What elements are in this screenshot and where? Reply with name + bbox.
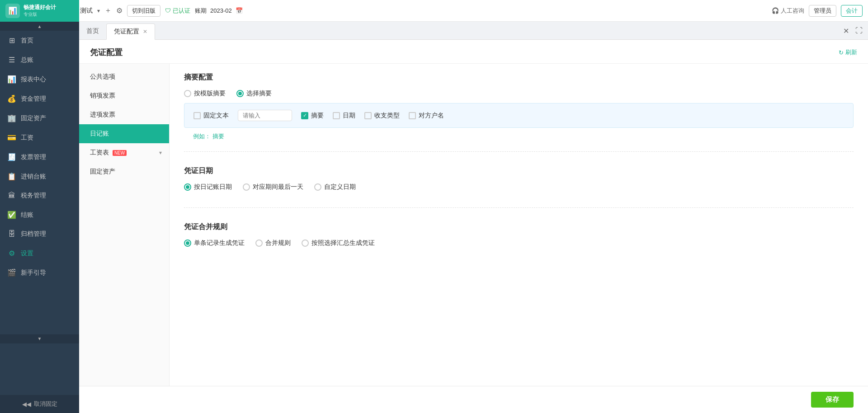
radio-merge-rules[interactable]: 合并规则 (255, 239, 291, 247)
close-accounts-icon: ✅ (7, 211, 16, 219)
sidebar-item-tax[interactable]: 🏛 税务管理 (0, 186, 79, 205)
tab-voucher-label: 凭证配置 (114, 28, 139, 36)
page-title: 凭证配置 (90, 47, 123, 58)
workspace-name: 测试 (80, 7, 93, 15)
merge-title: 凭证合并规则 (184, 222, 854, 232)
consult-btn[interactable]: 🎧 人工咨询 (772, 7, 804, 15)
checkbox-date[interactable]: 日期 (333, 112, 355, 120)
sidebar-item-salary[interactable]: 💳 工资 (0, 128, 79, 147)
nav-item-fixed-assets[interactable]: 固定资产 (79, 162, 169, 181)
refresh-btn[interactable]: ↻ 刷新 (839, 48, 857, 56)
checkbox-income-type[interactable]: 收支类型 (364, 112, 400, 120)
reports-icon: 📊 (7, 75, 16, 84)
calendar-icon[interactable]: 📅 (236, 7, 243, 14)
summary-title: 摘要配置 (184, 73, 854, 82)
headset-icon: 🎧 (772, 7, 779, 14)
fixed-text-input[interactable] (238, 110, 292, 121)
radio-journal-date[interactable]: 按日记账日期 (184, 183, 232, 191)
summary-radio-group: 按模版摘要 选择摘要 (184, 89, 854, 98)
date-radio-group: 按日记账日期 对应期间最后一天 自定义日期 (184, 183, 854, 191)
radio-summary-voucher[interactable]: 按照选择汇总生成凭证 (302, 239, 375, 247)
radio-single[interactable]: 单条记录生成凭证 (184, 239, 245, 247)
nav-item-sales[interactable]: 销项发票 (79, 86, 169, 105)
tab-close-btn[interactable]: ✕ (143, 29, 147, 34)
sidebar-scroll-down[interactable]: ▼ (0, 334, 79, 343)
sidebar-item-home[interactable]: ⊞ 首页 (0, 31, 79, 50)
sidebar-item-assets[interactable]: 🏢 固定资产 (0, 108, 79, 128)
sidebar-scroll-up[interactable]: ▲ (0, 22, 79, 31)
bottom-bar: 保存 (79, 386, 868, 413)
page-body: 公共选项 销项发票 进项发票 日记账 工资表 NEW ▾ (79, 64, 868, 386)
radio-custom-date[interactable]: 自定义日期 (314, 183, 356, 191)
radio-last-day[interactable]: 对应期间最后一天 (243, 183, 303, 191)
ledger-icon: ☰ (7, 56, 16, 64)
radio-summary-voucher-circle (302, 239, 309, 247)
checkbox-date-box (333, 112, 340, 119)
main-layout: ▲ ⊞ 首页 ☰ 总账 📊 报表中心 💰 资金管理 🏢 固定资产 💳 工资 🧾 (0, 22, 868, 413)
radio-template-circle (184, 90, 191, 97)
guide-icon: 🎬 (7, 268, 16, 277)
checkbox-fixed-text[interactable]: 固定文本 (193, 112, 229, 120)
period-label: 账期 (195, 7, 207, 15)
radio-select[interactable]: 选择摘要 (236, 89, 272, 98)
example-text: 例如： 摘要 (184, 132, 854, 141)
expand-icon: ▾ (159, 150, 162, 156)
right-content: 摘要配置 按模版摘要 选择摘要 (170, 64, 868, 386)
salary-icon: 💳 (7, 133, 16, 142)
manager-btn[interactable]: 管理员 (809, 5, 836, 17)
radio-journal-date-circle (184, 183, 191, 191)
page-content: 凭证配置 ↻ 刷新 公共选项 销项发票 进项发票 (79, 40, 868, 386)
radio-single-circle (184, 239, 191, 247)
tab-home-label: 首页 (86, 27, 99, 35)
archive-icon: 🗄 (7, 230, 16, 238)
sidebar-item-close[interactable]: ✅ 结账 (0, 205, 79, 225)
app-logo-icon: 📊 (5, 4, 20, 18)
checkbox-fixed-text-box (193, 112, 201, 119)
sidebar-item-settings[interactable]: ⚙ 设置 (0, 244, 79, 263)
workspace-dropdown-btn[interactable]: ▾ (97, 8, 100, 14)
home-icon: ⊞ (7, 36, 16, 45)
tab-home[interactable]: 首页 (79, 23, 106, 39)
top-header: 📊 畅捷通好会计 专业版 测试 ▾ ＋ ⚙ 切到旧版 🛡 已认证 账期 2023… (0, 0, 868, 22)
nav-item-payroll[interactable]: 工资表 NEW ▾ (79, 143, 169, 162)
cancel-pin-btn[interactable]: ◀◀ 取消固定 (0, 395, 79, 413)
new-badge: NEW (113, 150, 127, 156)
switch-old-btn[interactable]: 切到旧版 (127, 5, 160, 17)
nav-item-journal[interactable]: 日记账 (79, 124, 169, 143)
tax-icon: 🏛 (7, 192, 16, 200)
refresh-icon: ↻ (839, 49, 844, 56)
tab-close-btn[interactable]: ✕ (841, 25, 851, 36)
tab-expand-btn[interactable]: ⛶ (854, 25, 864, 36)
add-workspace-btn[interactable]: ＋ (104, 6, 112, 15)
tab-voucher-config[interactable]: 凭证配置 ✕ (106, 23, 155, 40)
nav-item-purchase[interactable]: 进项发票 (79, 105, 169, 124)
sidebar-item-funds[interactable]: 💰 资金管理 (0, 89, 79, 108)
nav-item-public[interactable]: 公共选项 (79, 67, 169, 86)
sidebar-item-purchase[interactable]: 📋 进销台账 (0, 167, 79, 186)
tab-bar: 首页 凭证配置 ✕ ✕ ⛶ (79, 22, 868, 40)
invoice-icon: 🧾 (7, 153, 16, 161)
sidebar: ▲ ⊞ 首页 ☰ 总账 📊 报表中心 💰 资金管理 🏢 固定资产 💳 工资 🧾 (0, 22, 79, 413)
save-btn[interactable]: 保存 (811, 392, 854, 408)
summary-checkbox-row: 固定文本 ✓ 摘要 日期 (184, 103, 854, 128)
radio-template[interactable]: 按模版摘要 (184, 89, 226, 98)
sidebar-logo: 📊 畅捷通好会计 专业版 (0, 0, 79, 22)
pin-icon: ◀◀ (22, 401, 31, 408)
tab-bar-actions: ✕ ⛶ (841, 25, 864, 36)
summary-section: 摘要配置 按模版摘要 选择摘要 (184, 73, 854, 152)
sidebar-item-guide[interactable]: 🎬 新手引导 (0, 263, 79, 282)
sidebar-item-ledger[interactable]: ☰ 总账 (0, 50, 79, 70)
checkbox-summary-box: ✓ (301, 112, 308, 119)
certified-badge: 🛡 已认证 (165, 7, 190, 15)
sidebar-item-archive[interactable]: 🗄 归档管理 (0, 225, 79, 244)
logo-text-block: 畅捷通好会计 专业版 (24, 4, 56, 18)
checkbox-counterpart[interactable]: 对方户名 (409, 112, 444, 120)
accountant-btn[interactable]: 会计 (841, 5, 863, 17)
assets-icon: 🏢 (7, 114, 16, 122)
sidebar-item-invoice[interactable]: 🧾 发票管理 (0, 147, 79, 167)
settings-btn[interactable]: ⚙ (116, 6, 123, 15)
sidebar-item-reports[interactable]: 📊 报表中心 (0, 70, 79, 89)
period-value: 2023-02 (210, 7, 232, 14)
checkbox-summary[interactable]: ✓ 摘要 (301, 112, 324, 120)
merge-section: 凭证合并规则 单条记录生成凭证 合并规则 (184, 222, 854, 263)
